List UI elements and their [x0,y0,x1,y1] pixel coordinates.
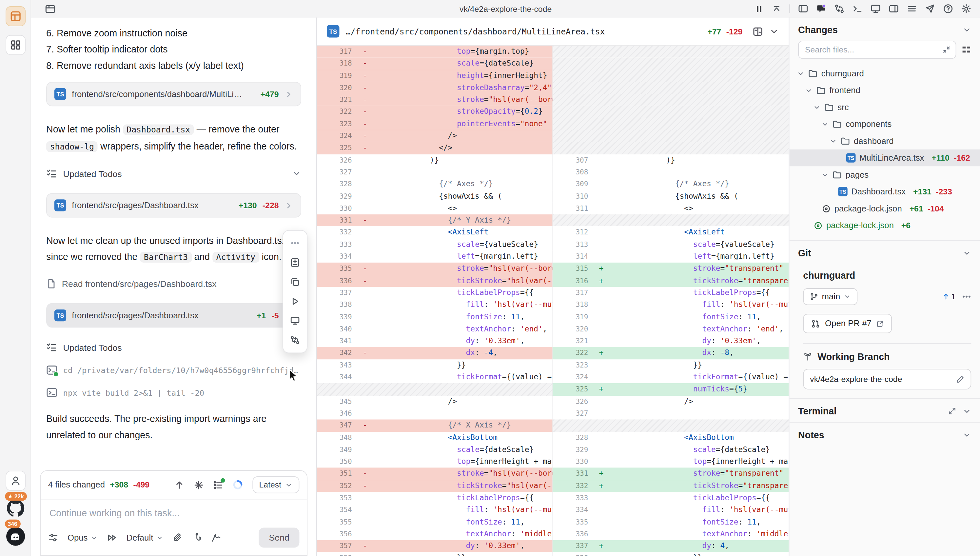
diff-row[interactable]: 327308 [317,166,789,178]
diff-row[interactable]: 325+ numTicks={5} [317,383,789,396]
settings-sliders-icon[interactable] [48,533,58,543]
diff-row[interactable]: 338 fill: 'hsl(var(--muted-foreground))'… [317,299,789,311]
tree-folder-pages[interactable]: pages [789,166,980,183]
model-dropdown[interactable]: Opus [68,533,98,543]
tree-folder-churnguard[interactable]: churnguard [789,65,980,82]
tree-folder-dashboard[interactable]: dashboard [789,133,980,149]
chevron-down-icon[interactable] [769,27,779,36]
diff-row[interactable]: 342- dx: -4,322+ dx: -8, [317,347,789,359]
updated-todos-row[interactable]: Updated Todos [46,342,301,352]
more-options-icon[interactable] [962,292,972,302]
diff-row[interactable]: 333 scale={valueScale}313 scale={valueSc… [317,239,789,251]
diff-row[interactable]: 354 fill: 'hsl(var(--muted-foreground))'… [317,504,789,516]
diff-row[interactable]: 325- </> [317,142,789,154]
menu-icon[interactable] [907,3,917,14]
diff-row[interactable]: 353 tickLabelProps={{333 tickLabelProps=… [317,492,789,504]
chat-bubble-icon[interactable] [816,3,826,14]
settings-icon[interactable] [961,3,972,14]
diff-row[interactable]: 355 fontSize: 11,335 fontSize: 11, [317,516,789,528]
file-diff-chip[interactable]: TS frontend/src/pages/Dashboard.tsx +130… [46,193,301,217]
diff-row[interactable]: 345 />326 /> [317,395,789,407]
scroll-up-icon[interactable] [174,480,184,490]
diff-row[interactable]: 332 <AxisLeft312 <AxisLeft [317,226,789,239]
changes-section-header[interactable]: Changes [789,18,980,40]
search-input[interactable] [804,44,939,55]
tree-file-package-lock.json[interactable]: package-lock.json+61-104 [789,200,980,217]
diff-row[interactable]: 331- {/* Y Axis */} [317,214,789,226]
collapse-icon[interactable] [772,4,781,13]
diff-row[interactable]: 340 textAnchor: 'end',320 textAnchor: 'e… [317,323,789,335]
app-logo-button[interactable] [5,6,25,26]
collapse-diff-icon[interactable] [943,45,951,54]
diff-row[interactable]: 321- stroke="hsl(var(--border))" [317,94,789,106]
edit-pencil-icon[interactable] [956,375,965,383]
play-icon[interactable] [286,293,304,310]
diff-row[interactable]: 356 textAnchor: 'middle',336 textAnchor:… [317,528,789,540]
monitor-icon[interactable] [870,3,881,14]
pause-icon[interactable] [754,4,764,13]
share-icon[interactable] [925,3,935,14]
notes-section-header[interactable]: Notes [789,422,980,446]
updated-todos-row[interactable]: Updated Todos [46,168,301,179]
panel-left-icon[interactable] [798,3,808,14]
changes-status-bar[interactable]: 4 files changed +308 -499 Latest [40,471,307,499]
profile-button[interactable] [5,471,25,491]
diff-row[interactable]: 326 )}307 )} [317,154,789,166]
diff-row[interactable]: 349 scale={dateScale}329 scale={dateScal… [317,444,789,456]
diff-row[interactable]: 348 <AxisBottom328 <AxisBottom [317,432,789,444]
git-section-header[interactable]: Git [789,240,980,263]
tree-folder-components[interactable]: components [789,116,980,133]
attach-icon[interactable] [173,533,182,543]
terminal-command-row[interactable]: npx vite build 2>&1 | tail -20 [46,387,301,398]
commits-ahead[interactable]: 1 [942,292,956,302]
diff-row[interactable]: 346327 [317,407,789,420]
diff-row[interactable]: 352- tickStroke="hsl(var(--border))"332+… [317,480,789,492]
diff-row[interactable]: 330 <>311 <> [317,203,789,215]
diff-row[interactable]: 335- stroke="hsl(var(--border))"315+ str… [317,263,789,275]
diff-icon[interactable] [286,254,304,271]
mode-dropdown[interactable]: Default [126,533,163,543]
working-branch-box[interactable]: vk/4e2a-explore-the-code [803,369,971,390]
board-button[interactable] [5,35,25,55]
window-tabs-icon[interactable] [45,3,55,14]
diff-row[interactable]: 329 {showAxis && (310 {showAxis && ( [317,191,789,203]
diff-row[interactable]: 339 fontSize: 11,319 fontSize: 11, [317,311,789,323]
tree-file-package-lock.json[interactable]: package-lock.json+6 [789,217,980,234]
diff-row[interactable]: 322- strokeOpacity={0.2} [317,106,789,118]
file-diff-chip[interactable]: TS frontend/src/components/dashboard/Mul… [46,82,301,106]
diff-row[interactable]: 343 }}323 }} [317,359,789,372]
diff-row[interactable]: 317- top={margin.top} [317,45,789,58]
tree-file-MultiLineArea.tsx[interactable]: TSMultiLineArea.tsx+110-162 [789,149,980,166]
tree-folder-frontend[interactable]: frontend [789,82,980,99]
diff-row[interactable]: 358 }}338 }} [317,553,789,556]
message-input[interactable] [40,499,307,523]
signature-icon[interactable] [211,533,221,543]
fast-forward-icon[interactable] [107,533,117,543]
panel-right-icon[interactable] [889,3,899,14]
diff-row[interactable]: 324- /> [317,130,789,142]
diff-row[interactable]: 320- strokeDasharray="2,4" [317,82,789,94]
read-file-row[interactable]: Read frontend/src/pages/Dashboard.tsx [46,279,301,289]
hook-icon[interactable] [192,533,202,543]
tree-folder-src[interactable]: src [789,99,980,115]
send-button[interactable]: Send [259,527,299,548]
diff-row[interactable]: 334 left={margin.left}314 left={margin.l… [317,251,789,263]
diff-row[interactable]: 328 {/* Axes */}309 {/* Axes */} [317,178,789,191]
github-link[interactable]: ★ 22k [0,499,31,517]
diff-row[interactable]: 336- tickStroke="hsl(var(--border))"316+… [317,275,789,287]
terminal-section-header[interactable]: Terminal [789,398,980,422]
latest-dropdown[interactable]: Latest [252,476,300,493]
diff-row[interactable]: 350 top={innerHeight + margin.top}330 to… [317,456,789,468]
split-view-icon[interactable] [752,26,763,36]
branch-dropdown[interactable]: main [803,288,857,305]
discord-link[interactable]: 346 [0,527,31,546]
terminal-icon[interactable] [852,3,863,14]
compare-icon[interactable] [286,331,304,349]
tree-view-icon[interactable] [961,45,972,55]
diff-row[interactable]: 323- pointerEvents="none" [317,118,789,130]
diff-row[interactable]: 318- scale={dateScale} [317,58,789,70]
tree-file-Dashboard.tsx[interactable]: TSDashboard.tsx+131-233 [789,183,980,200]
dots-menu-icon[interactable] [286,234,304,252]
git-compare-icon[interactable] [835,3,844,14]
file-diff-chip[interactable]: TS frontend/src/pages/Dashboard.tsx +1 -… [46,303,301,328]
